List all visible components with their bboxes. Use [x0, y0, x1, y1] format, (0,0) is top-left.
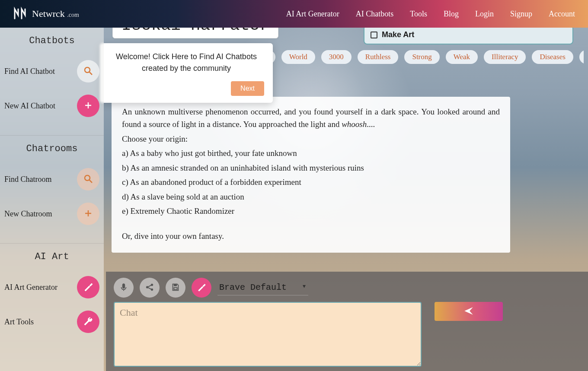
sidebar-heading-chatbots: Chatbots [0, 35, 104, 46]
send-button[interactable] [435, 302, 503, 321]
mic-icon [119, 282, 128, 293]
tag-magic[interactable]: Magic [579, 50, 584, 64]
share-button[interactable] [140, 278, 160, 298]
checkbox-icon[interactable] [371, 32, 377, 38]
nav-blog[interactable]: Blog [444, 10, 459, 19]
find-ai-chatbot-button[interactable] [77, 60, 99, 82]
story-option-a: a) As a baby who just got birthed, your … [122, 147, 500, 159]
sidebar-item-ai-art-generator[interactable]: AI Art Generator [0, 270, 104, 304]
sidebar-item-label: New AI Chatbot [4, 101, 55, 111]
popover-next-button[interactable]: Next [231, 81, 264, 96]
svg-point-4 [85, 175, 90, 181]
sidebar-item-label: Find Chatroom [4, 175, 52, 184]
nav-signup[interactable]: Signup [510, 10, 532, 19]
mic-button[interactable] [114, 278, 134, 298]
tag-strong[interactable]: Strong [404, 50, 439, 64]
brand-logo[interactable]: Netwrck .com [13, 6, 79, 21]
story-option-e: e) Extremely Chaotic Randomizer [122, 205, 500, 217]
sidebar-item-new-chatroom[interactable]: New Chatroom [0, 197, 104, 231]
welcome-popover: Welcome! Click Here to Find AI Chatbots … [100, 43, 273, 103]
make-art-toggle[interactable]: Make Art [364, 25, 573, 44]
sidebar-heading-ai-art: AI Art [0, 251, 104, 262]
brush-icon [83, 282, 93, 293]
story-intro-pre: An unknown multiverse phenomenon occurre… [122, 107, 500, 129]
sidebar-section-ai-art: AI Art AI Art Generator Art Tools [0, 251, 104, 339]
story-or: Or, dive into your own fantasy. [122, 230, 500, 242]
top-header: Netwrck .com AI Art Generator AI Chatbot… [0, 0, 588, 28]
chat-row [114, 302, 580, 367]
voice-select-wrap[interactable]: Brave Default [217, 280, 308, 295]
nav-login[interactable]: Login [475, 10, 494, 19]
sidebar-item-art-tools[interactable]: Art Tools [0, 304, 104, 339]
sidebar-heading-chatrooms: Chatrooms [0, 143, 104, 154]
story-intro-em: whoosh [342, 120, 367, 129]
sidebar-item-label: AI Art Generator [4, 283, 58, 292]
brand-name: Netwrck [32, 8, 65, 19]
brand-text: Netwrck .com [32, 8, 79, 19]
sidebar-divider [0, 135, 104, 136]
search-icon [83, 66, 93, 77]
sidebar-item-find-chatroom[interactable]: Find Chatroom [0, 162, 104, 197]
brush-icon [197, 282, 206, 293]
svg-line-5 [89, 180, 92, 183]
nav-ai-art-generator[interactable]: AI Art Generator [286, 10, 339, 19]
popover-text: Welcome! Click Here to Find AI Chatbots … [109, 51, 264, 74]
sidebar-item-label: Find AI Chatbot [4, 67, 55, 76]
svg-rect-14 [174, 284, 176, 286]
plus-icon [83, 208, 93, 220]
send-icon [463, 305, 474, 318]
sidebar-item-label: New Chatroom [4, 209, 52, 219]
left-sidebar: Chatbots Find AI Chatbot New AI Chatbot … [0, 28, 104, 371]
story-card: An unknown multiverse phenomenon occurre… [112, 97, 510, 253]
ai-art-generator-button[interactable] [77, 276, 99, 298]
tag-world[interactable]: World [281, 50, 315, 64]
save-icon [171, 282, 180, 293]
voice-select[interactable]: Brave Default [217, 280, 308, 295]
tags-row: me World 3000 Ruthless Strong Weak Illit… [255, 50, 584, 64]
plus-icon [83, 100, 93, 112]
tag-illiteracy[interactable]: Illiteracy [484, 50, 526, 64]
sidebar-item-label: Art Tools [4, 317, 34, 327]
story-intro-post: .... [367, 120, 375, 129]
story-intro: An unknown multiverse phenomenon occurre… [122, 105, 500, 131]
story-choose: Choose your origin: [122, 133, 500, 145]
find-chatroom-button[interactable] [77, 168, 99, 190]
tag-diseases[interactable]: Diseases [532, 50, 573, 64]
save-button[interactable] [166, 278, 185, 298]
make-art-label: Make Art [382, 30, 414, 39]
svg-rect-15 [174, 287, 177, 289]
svg-rect-8 [122, 283, 125, 288]
sidebar-section-chatbots: Chatbots Find AI Chatbot New AI Chatbot [0, 35, 104, 123]
svg-line-1 [89, 72, 92, 75]
chat-input[interactable] [114, 302, 422, 367]
tag-3000[interactable]: 3000 [321, 50, 352, 64]
search-icon [83, 174, 93, 185]
top-nav: AI Art Generator AI Chatbots Tools Blog … [286, 10, 575, 19]
nav-account[interactable]: Account [549, 10, 575, 19]
main-area: Isekai narrator Make Art me World 3000 R… [104, 28, 588, 371]
chat-tools: Brave Default [114, 278, 580, 298]
story-option-d: d) As a slave being sold at an auction [122, 190, 500, 203]
logo-icon [13, 6, 28, 21]
share-icon [145, 282, 154, 293]
svg-point-0 [85, 67, 90, 73]
tag-ruthless[interactable]: Ruthless [358, 50, 399, 64]
nav-tools[interactable]: Tools [410, 10, 427, 19]
story-option-c: c) As an abandoned product of a forbidde… [122, 176, 500, 188]
brand-suffix: .com [67, 12, 79, 18]
art-tools-button[interactable] [77, 311, 99, 333]
sidebar-section-chatrooms: Chatrooms Find Chatroom New Chatroom [0, 143, 104, 231]
new-ai-chatbot-button[interactable] [77, 95, 99, 117]
sidebar-divider [0, 243, 104, 244]
svg-line-13 [148, 287, 151, 289]
sidebar-item-find-ai-chatbot[interactable]: Find AI Chatbot [0, 54, 104, 89]
chat-bar: Brave Default [106, 272, 588, 371]
brush-button[interactable] [192, 278, 211, 298]
svg-line-12 [148, 285, 151, 287]
tag-weak[interactable]: Weak [446, 50, 478, 64]
story-option-b: b) As an amnesic stranded on an uninhabi… [122, 162, 500, 174]
new-chatroom-button[interactable] [77, 203, 99, 225]
sidebar-item-new-ai-chatbot[interactable]: New AI Chatbot [0, 89, 104, 123]
wrench-icon [83, 316, 93, 328]
nav-ai-chatbots[interactable]: AI Chatbots [356, 10, 394, 19]
